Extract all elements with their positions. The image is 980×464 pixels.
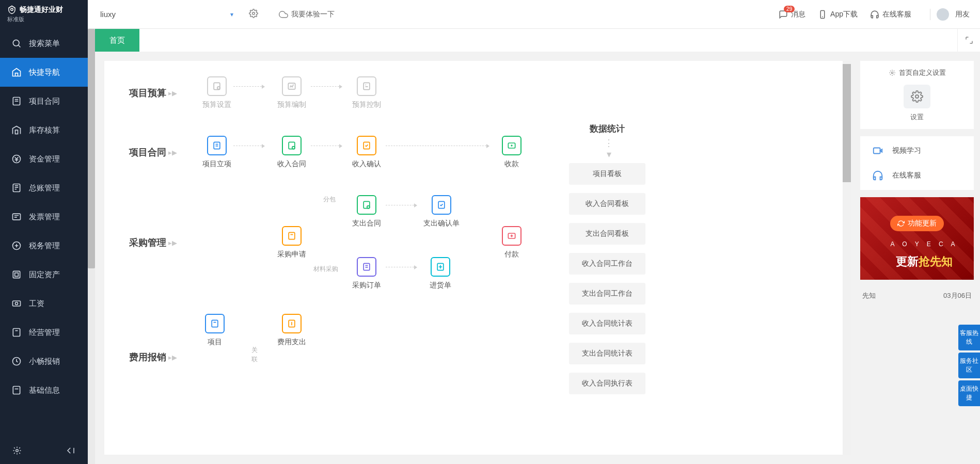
logo-subtitle: 标准版 [7,15,88,23]
logo-title: 畅捷通好业财 [20,5,63,14]
org-settings-icon[interactable] [249,9,258,20]
smartphone-icon [818,10,827,19]
logo-icon [7,5,17,14]
avatar [937,8,949,21]
chevron-down-icon: ▾ [230,11,233,18]
svg-point-0 [11,8,13,11]
cloud-icon [279,10,288,19]
org-selector[interactable]: liuxy ▾ [88,10,233,19]
online-cs-button[interactable]: 在线客服 [870,10,911,19]
app-download-button[interactable]: App下载 [818,10,858,19]
top-header: 畅捷通好业财 标准版 liuxy ▾ 我要体验一下 29 消息 App下载 在线… [0,0,980,29]
user-menu[interactable]: 用友 [937,8,970,21]
online-cs-label: 在线客服 [882,10,911,19]
trial-button[interactable]: 我要体验一下 [279,10,335,19]
trial-label: 我要体验一下 [291,10,335,19]
logo-block: 畅捷通好业财 标准版 [0,0,88,29]
svg-point-1 [252,12,255,14]
user-name: 用友 [955,10,970,19]
divider [930,9,930,20]
messages-badge: 29 [784,6,795,12]
app-download-label: App下载 [830,10,858,19]
headset-icon [870,10,879,19]
messages-button[interactable]: 29 消息 [779,10,805,19]
org-name: liuxy [100,10,229,19]
